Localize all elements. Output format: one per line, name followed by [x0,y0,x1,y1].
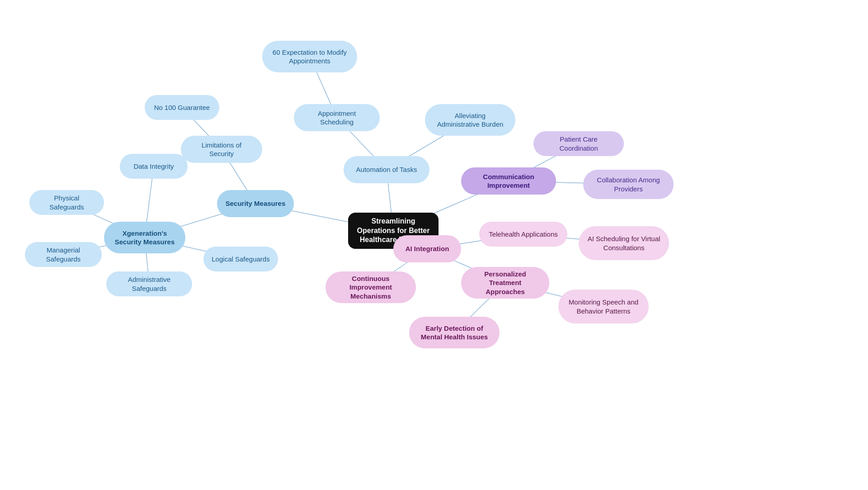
mindmap-container: Streamlining Operations for Better Healt… [0,0,868,490]
node-expect_modify: 60 Expectation to Modify Appointments [262,41,357,72]
node-automation: Automation of Tasks [344,156,429,183]
node-logical_safe: Logical Safeguards [203,247,278,271]
node-monitoring: Monitoring Speech and Behavior Patterns [558,290,649,323]
node-continuous: Continuous Improvement Mechanisms [326,271,416,303]
node-telehealth: Telehealth Applications [479,222,567,247]
node-early_detect: Early Detection of Mental Health Issues [409,317,500,348]
node-patient_care: Patient Care Coordination [533,131,624,156]
node-security_measures: Security Measures [217,190,294,217]
node-alleviate: Alleviating Administrative Burden [425,104,515,136]
node-ai_integration: AI Integration [393,235,461,262]
node-ai_scheduling: AI Scheduling for Virtual Consultations [579,226,669,260]
node-no100: No 100 Guarantee [145,95,219,120]
node-admin_safe: Administrative Safeguards [106,271,192,296]
node-collab: Collaboration Among Providers [583,170,674,199]
node-personalized: Personalized Treatment Approaches [461,267,549,299]
node-data_integrity: Data Integrity [120,154,188,179]
node-physical_safe: Physical Safeguards [29,190,104,215]
node-limitations: Limitations of Security [181,136,262,163]
node-appt_sched: Appointment Scheduling [294,104,380,131]
node-comm_improve: Communication Improvement [461,167,556,195]
node-managerial_safe: Managerial Safeguards [25,242,102,267]
node-xgen_security: Xgeneration's Security Measures [104,222,185,253]
